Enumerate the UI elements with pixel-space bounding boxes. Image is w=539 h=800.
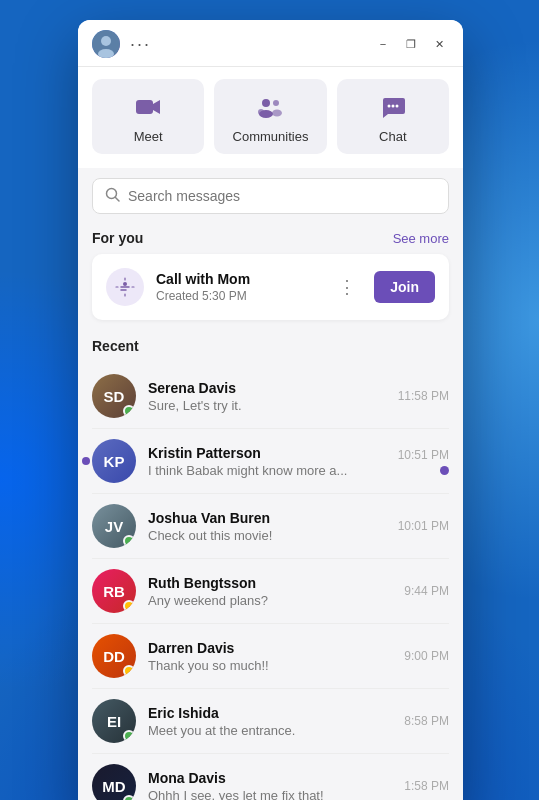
chat-meta: 9:00 PM <box>404 649 449 663</box>
for-you-section: For you See more Call with Mom Created 5… <box>78 220 463 328</box>
chat-body: Eric Ishida Meet you at the entrance. <box>148 705 392 738</box>
status-dot <box>123 535 135 547</box>
svg-rect-3 <box>136 100 153 114</box>
chat-time: 10:01 PM <box>398 519 449 533</box>
chat-item[interactable]: EI Eric Ishida Meet you at the entrance.… <box>92 689 449 754</box>
join-button[interactable]: Join <box>374 271 435 303</box>
chat-name: Darren Davis <box>148 640 392 656</box>
chat-name: Eric Ishida <box>148 705 392 721</box>
unread-badge <box>440 466 449 475</box>
chat-meta: 10:51 PM <box>398 448 449 475</box>
chat-body: Joshua Van Buren Check out this movie! <box>148 510 386 543</box>
more-options-button[interactable]: ··· <box>130 34 151 55</box>
search-icon <box>105 187 120 205</box>
svg-point-11 <box>395 105 398 108</box>
svg-point-5 <box>273 100 279 106</box>
chat-body: Serena Davis Sure, Let's try it. <box>148 380 386 413</box>
avatar-initials: DD <box>103 648 125 665</box>
recent-section: Recent <box>78 328 463 364</box>
chat-body: Mona Davis Ohhh I see, yes let me fix th… <box>148 770 392 801</box>
chat-icon <box>377 91 409 123</box>
chat-item[interactable]: SD Serena Davis Sure, Let's try it. 11:5… <box>92 364 449 429</box>
svg-point-1 <box>101 36 111 46</box>
avatar-initials: RB <box>103 583 125 600</box>
search-box <box>92 178 449 214</box>
meet-button[interactable]: Meet <box>92 79 204 154</box>
chat-item[interactable]: RB Ruth Bengtsson Any weekend plans? 9:4… <box>92 559 449 624</box>
chat-time: 10:51 PM <box>398 448 449 462</box>
status-dot <box>123 795 135 800</box>
svg-point-14 <box>123 282 127 286</box>
chat-item[interactable]: JV Joshua Van Buren Check out this movie… <box>92 494 449 559</box>
unread-indicator <box>82 457 90 465</box>
chat-item[interactable]: KP Kristin Patterson I think Babak might… <box>92 429 449 494</box>
status-dot <box>123 730 135 742</box>
chat-time: 1:58 PM <box>404 779 449 793</box>
avatar: SD <box>92 374 136 418</box>
avatar: KP <box>92 439 136 483</box>
avatar-initials: EI <box>107 713 121 730</box>
chat-list: SD Serena Davis Sure, Let's try it. 11:5… <box>78 364 463 800</box>
close-button[interactable]: ✕ <box>429 34 449 54</box>
svg-line-13 <box>116 198 120 202</box>
chat-item[interactable]: DD Darren Davis Thank you so much!! 9:00… <box>92 624 449 689</box>
avatar-initials: JV <box>105 518 123 535</box>
chat-item[interactable]: MD Mona Davis Ohhh I see, yes let me fix… <box>92 754 449 800</box>
chat-preview: Any weekend plans? <box>148 593 392 608</box>
chat-body: Ruth Bengtsson Any weekend plans? <box>148 575 392 608</box>
avatar: DD <box>92 634 136 678</box>
chat-preview: Thank you so much!! <box>148 658 392 673</box>
chat-preview: I think Babak might know more a... <box>148 463 386 478</box>
chat-preview: Sure, Let's try it. <box>148 398 386 413</box>
see-more-link[interactable]: See more <box>393 231 449 246</box>
chat-button[interactable]: Chat <box>337 79 449 154</box>
chat-meta: 1:58 PM <box>404 779 449 793</box>
chat-time: 9:00 PM <box>404 649 449 663</box>
call-subtitle: Created 5:30 PM <box>156 289 320 303</box>
chat-name: Ruth Bengtsson <box>148 575 392 591</box>
chat-name: Kristin Patterson <box>148 445 386 461</box>
call-card: Call with Mom Created 5:30 PM ⋮ Join <box>92 254 449 320</box>
call-more-button[interactable]: ⋮ <box>332 276 362 298</box>
avatar: EI <box>92 699 136 743</box>
avatar-initials: SD <box>104 388 125 405</box>
chat-time: 9:44 PM <box>404 584 449 598</box>
svg-point-8 <box>272 110 282 117</box>
title-bar: ··· − ❐ ✕ <box>78 20 463 67</box>
communities-icon <box>254 91 286 123</box>
restore-button[interactable]: ❐ <box>401 34 421 54</box>
for-you-title: For you <box>92 230 143 246</box>
app-window: ··· − ❐ ✕ Meet <box>78 20 463 800</box>
communities-button[interactable]: Communities <box>214 79 326 154</box>
avatar: JV <box>92 504 136 548</box>
svg-point-10 <box>391 105 394 108</box>
for-you-header: For you See more <box>92 230 449 246</box>
chat-label: Chat <box>379 129 406 144</box>
chat-time: 8:58 PM <box>404 714 449 728</box>
user-avatar[interactable] <box>92 30 120 58</box>
window-controls: − ❐ ✕ <box>373 34 449 54</box>
avatar-initials: MD <box>102 778 125 795</box>
chat-time: 11:58 PM <box>398 389 449 403</box>
communities-label: Communities <box>233 129 309 144</box>
chat-name: Joshua Van Buren <box>148 510 386 526</box>
call-title: Call with Mom <box>156 271 320 287</box>
chat-meta: 9:44 PM <box>404 584 449 598</box>
chat-preview: Meet you at the entrance. <box>148 723 392 738</box>
status-dot <box>123 405 135 417</box>
search-input[interactable] <box>128 188 436 204</box>
chat-body: Darren Davis Thank you so much!! <box>148 640 392 673</box>
svg-point-4 <box>262 99 270 107</box>
minimize-button[interactable]: − <box>373 34 393 54</box>
chat-name: Mona Davis <box>148 770 392 786</box>
avatar: MD <box>92 764 136 800</box>
chat-preview: Ohhh I see, yes let me fix that! <box>148 788 392 801</box>
nav-section: Meet Communities <box>78 67 463 168</box>
chat-meta: 8:58 PM <box>404 714 449 728</box>
meet-icon <box>132 91 164 123</box>
meet-label: Meet <box>134 129 163 144</box>
svg-point-7 <box>259 110 273 118</box>
avatar-initials: KP <box>104 453 125 470</box>
recent-title: Recent <box>92 338 449 354</box>
chat-meta: 11:58 PM <box>398 389 449 403</box>
